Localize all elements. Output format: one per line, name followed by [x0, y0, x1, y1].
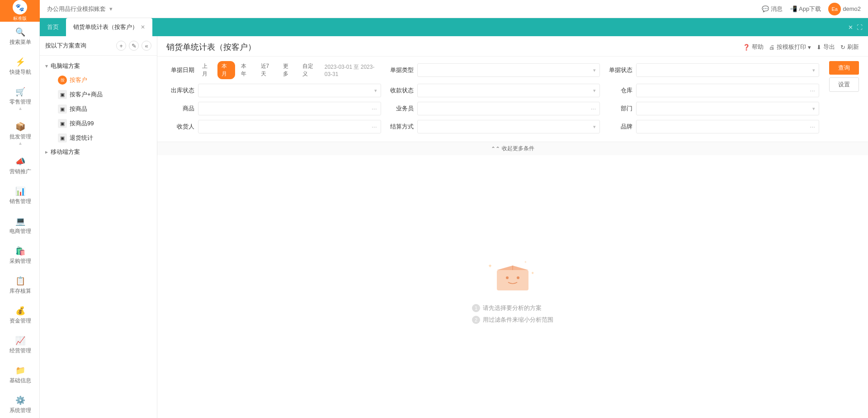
tree-item-by-goods-99[interactable]: ▣ 按商品99 — [52, 116, 157, 131]
edit-scheme-button[interactable]: ✎ — [129, 41, 139, 51]
tab-close-icon[interactable]: ✕ — [141, 24, 145, 30]
tree-item-by-customer-goods-label: 按客户+商品 — [70, 90, 103, 99]
filter-row-4: 收货人 ··· 结算方式 ▾ — [166, 120, 824, 133]
page-content: 按以下方案查询 + ✎ « ▾ 电脑端方案 — [40, 36, 868, 418]
app-download-button[interactable]: 📲 App下载 — [790, 5, 821, 13]
out-status-field: 出库状态 ▾ — [166, 84, 386, 97]
sidebar-item-sales[interactable]: 📊 销售管理 — [0, 181, 39, 211]
date-last-month[interactable]: 上月 — [198, 61, 216, 79]
goods-field: 商品 ··· — [166, 102, 386, 115]
salesperson-dots-icon[interactable]: ··· — [591, 105, 596, 112]
sidebar-item-purchase[interactable]: 🛍️ 采购管理 — [0, 241, 39, 271]
refresh-button[interactable]: ↻ 刷新 — [840, 43, 859, 51]
warehouse-dots-icon[interactable]: ··· — [810, 87, 815, 94]
sidebar-item-finance-label: 资金管理 — [9, 317, 31, 325]
user-avatar: Ea — [828, 3, 841, 15]
close-window-icon[interactable]: ✕ — [848, 24, 853, 31]
warehouse-select[interactable]: ··· — [636, 84, 819, 97]
brand-select[interactable]: ··· — [636, 120, 819, 133]
doc-status-arrow-icon: ▾ — [812, 67, 815, 73]
system-icon: ⚙️ — [15, 395, 25, 405]
date-custom[interactable]: 自定义 — [298, 61, 321, 79]
retail-arrow-icon: ▲ — [18, 106, 23, 111]
receipt-status-select[interactable]: ▾ — [417, 84, 600, 97]
breadcrumb-dropdown-icon[interactable]: ▾ — [109, 5, 113, 12]
tree-item-by-customer-goods[interactable]: ▣ 按客户+商品 — [52, 87, 157, 102]
maximize-button[interactable]: ✕ ⛶ — [848, 24, 868, 31]
out-status-select[interactable]: ▾ — [198, 84, 381, 97]
sidebar-item-retail-label: 零售管理 — [9, 98, 31, 106]
tree-item-by-customer[interactable]: 按 按客户 — [52, 73, 157, 87]
template-print-button[interactable]: 🖨 按模板打印 ▾ — [769, 43, 811, 51]
date-this-year[interactable]: 本年 — [237, 61, 255, 79]
by-customer-goods-icon: ▣ — [58, 90, 67, 99]
topbar-right: 💬 消息 📲 App下载 Ea demo2 — [762, 3, 861, 15]
maximize-window-icon[interactable]: ⛶ — [857, 24, 863, 31]
sidebar-item-wholesale-label: 批发管理 — [9, 133, 31, 141]
sidebar-item-finance[interactable]: 💰 资金管理 — [0, 300, 39, 330]
help-link[interactable]: ❓ 帮助 — [743, 43, 764, 51]
sidebar-item-base[interactable]: 📁 基础信息 — [0, 360, 39, 390]
sidebar-item-system-label: 系统管理 — [9, 407, 31, 414]
date-more[interactable]: 更多 — [279, 61, 297, 79]
dept-label: 部门 — [604, 104, 636, 113]
svg-point-3 — [506, 276, 509, 279]
page-actions: ❓ 帮助 🖨 按模板打印 ▾ ⬇ 导出 ↻ 刷新 — [743, 43, 859, 51]
sidebar-logo[interactable]: 🐾 标准版 — [0, 0, 40, 22]
consignee-select[interactable]: ··· — [198, 120, 381, 133]
user-menu[interactable]: Ea demo2 — [828, 3, 861, 15]
tab-sales-stats[interactable]: 销货单统计表（按客户） ✕ — [66, 18, 152, 36]
collapse-bar[interactable]: ⌃⌃ 收起更多条件 — [157, 142, 868, 155]
doc-type-select[interactable]: ▾ — [417, 63, 600, 77]
sidebar: 🐾 标准版 🔍 搜索菜单 ⚡ 快捷导航 🛒 零售管理 ▲ 📦 批发管理 ▲ 📣 … — [0, 0, 40, 418]
tree-item-by-goods[interactable]: ▣ 按商品 — [52, 102, 157, 116]
sidebar-item-marketing[interactable]: 📣 营销推广 — [0, 151, 39, 181]
consignee-field: 收货人 ··· — [166, 120, 386, 133]
username-label: demo2 — [843, 5, 861, 12]
marketing-icon: 📣 — [15, 157, 25, 166]
dept-select[interactable]: ▾ — [636, 102, 819, 115]
add-scheme-button[interactable]: + — [116, 41, 126, 51]
tab-home[interactable]: 首页 — [40, 18, 66, 36]
salesperson-select[interactable]: ··· — [417, 102, 600, 115]
filter-row-2: 出库状态 ▾ 收款状态 ▾ — [166, 84, 824, 97]
empty-tip-1: 1 请先选择要分析的方案 — [472, 304, 553, 312]
sidebar-item-quick-nav[interactable]: ⚡ 快捷导航 — [0, 52, 39, 81]
goods-dots-icon[interactable]: ··· — [372, 105, 377, 112]
brand-dots-icon[interactable]: ··· — [810, 123, 815, 130]
tree-item-return-stats[interactable]: ▣ 退货统计 — [52, 131, 157, 145]
sidebar-item-operation[interactable]: 📈 经营管理 — [0, 330, 39, 360]
sidebar-item-system[interactable]: ⚙️ 系统管理 — [0, 390, 39, 418]
sidebar-item-inventory[interactable]: 📋 库存核算 — [0, 271, 39, 300]
tree-expand-icon: ▾ — [45, 63, 48, 69]
collapse-panel-button[interactable]: « — [142, 41, 151, 51]
sidebar-item-retail[interactable]: 🛒 零售管理 ▲ — [0, 81, 39, 116]
doc-status-field: 单据状态 ▾ — [604, 61, 824, 79]
date-this-month[interactable]: 本月 — [217, 61, 235, 79]
sidebar-item-wholesale[interactable]: 📦 批发管理 ▲ — [0, 116, 39, 151]
sidebar-item-operation-label: 经营管理 — [9, 347, 31, 355]
settings-button[interactable]: 设置 — [829, 77, 859, 92]
settle-arrow-icon: ▾ — [593, 124, 596, 130]
quick-nav-icon: ⚡ — [15, 57, 25, 67]
edit-icon: ✎ — [132, 43, 137, 49]
message-icon: 💬 — [762, 5, 769, 12]
settle-label: 结算方式 — [386, 123, 417, 131]
date-label: 单据日期 — [166, 66, 198, 74]
sidebar-item-search[interactable]: 🔍 搜索菜单 — [0, 22, 39, 52]
goods-select[interactable]: ··· — [198, 102, 381, 115]
doc-status-select[interactable]: ▾ — [636, 63, 819, 77]
empty-tip-2: 2 用过滤条件来缩小分析范围 — [472, 316, 553, 324]
date-control: 上月 本月 本年 近7天 更多 自定义 2023-03-01 至 2023-03… — [198, 61, 381, 79]
page-title: 销货单统计表（按客户） — [166, 42, 256, 52]
export-button[interactable]: ⬇ 导出 — [816, 43, 835, 51]
ecommerce-icon: 💻 — [15, 216, 25, 226]
consignee-dots-icon[interactable]: ··· — [372, 123, 377, 130]
query-button[interactable]: 查询 — [829, 61, 859, 75]
message-button[interactable]: 💬 消息 — [762, 5, 783, 13]
sidebar-item-ecommerce[interactable]: 💻 电商管理 — [0, 211, 39, 241]
settle-select[interactable]: ▾ — [417, 120, 600, 133]
date-last-7[interactable]: 近7天 — [257, 61, 277, 79]
tree-mobile-group[interactable]: ▸ 移动端方案 — [40, 145, 157, 159]
tree-desktop-group[interactable]: ▾ 电脑端方案 — [40, 59, 157, 73]
